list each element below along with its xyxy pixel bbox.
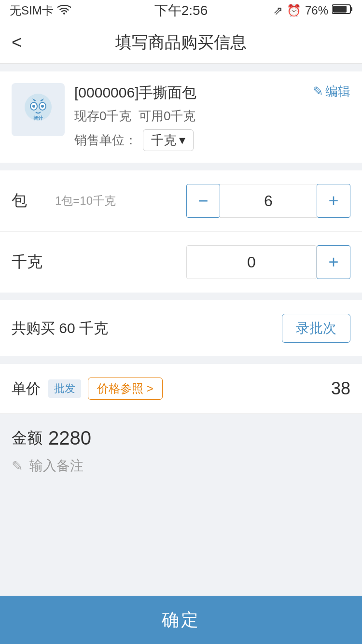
amount-value: 2280	[48, 427, 91, 449]
qty-hint-bao: 1包=10千克	[55, 193, 186, 209]
quantity-section: 包 1包=10千克 − + 千克 +	[0, 170, 362, 293]
qty-input-kg[interactable]	[186, 245, 317, 279]
edit-label: 编辑	[325, 83, 350, 100]
confirm-button[interactable]: 确定	[0, 596, 362, 644]
svg-point-6	[32, 105, 35, 108]
wifi-icon	[57, 4, 71, 17]
edit-icon: ✎	[313, 84, 323, 99]
back-button[interactable]: <	[12, 32, 22, 53]
note-placeholder: 输入备注	[29, 457, 84, 475]
qty-controls-kg: +	[186, 245, 350, 279]
qty-controls-bao: − +	[186, 184, 350, 218]
status-left: 无SIM卡	[10, 3, 71, 18]
summary-text: 共购买 60 千克	[12, 319, 108, 338]
qty-row-bao: 包 1包=10千克 − +	[0, 170, 362, 232]
qty-input-bao[interactable]	[220, 184, 317, 218]
amount-row: 金额 2280	[12, 427, 350, 449]
unit-value: 千克	[151, 132, 176, 149]
svg-point-7	[41, 105, 44, 108]
location-icon: ⇗	[273, 4, 283, 17]
pencil-icon: ✎	[12, 458, 23, 474]
product-unit-row: 销售单位： 千克 ▾	[74, 129, 350, 151]
product-logo: 智计	[24, 93, 53, 126]
edit-button[interactable]: ✎ 编辑	[313, 83, 350, 100]
product-thumbnail: 智计	[12, 83, 65, 136]
qty-plus-bao[interactable]: +	[317, 184, 350, 218]
product-card: 智计 [0000006]手撕面包 现存0千克 可用0千克 销售单位： 千克 ▾ …	[0, 71, 362, 163]
svg-rect-1	[350, 7, 352, 11]
qty-row-kg: 千克 +	[0, 232, 362, 293]
qty-label-bao: 包	[12, 190, 50, 211]
qty-plus-kg[interactable]: +	[317, 245, 350, 279]
unit-label: 销售单位：	[74, 132, 137, 149]
price-section: 单价 批发 价格参照 > 38	[0, 364, 362, 414]
price-row: 单价 批发 价格参照 > 38	[0, 364, 362, 414]
alarm-icon: ⏰	[287, 4, 301, 17]
battery-text: 76%	[305, 4, 328, 17]
nav-bar: < 填写商品购买信息	[0, 21, 362, 64]
qty-label-kg: 千克	[12, 252, 50, 273]
price-value: 38	[331, 378, 350, 399]
svg-rect-2	[333, 6, 347, 13]
qty-minus-bao[interactable]: −	[186, 184, 220, 218]
svg-text:智计: 智计	[33, 115, 43, 121]
summary-row: 共购买 60 千克 录批次	[0, 300, 362, 356]
unit-selector[interactable]: 千克 ▾	[143, 129, 194, 151]
batch-button[interactable]: 录批次	[282, 314, 350, 343]
price-badge: 批发	[48, 379, 81, 398]
product-name: [0000006]手撕面包	[74, 83, 350, 103]
status-bar: 无SIM卡 下午2:56 ⇗ ⏰ 76%	[0, 0, 362, 21]
carrier-text: 无SIM卡	[10, 3, 54, 18]
amount-section: 金额 2280 ✎ 输入备注	[0, 414, 362, 483]
product-info: [0000006]手撕面包 现存0千克 可用0千克 销售单位： 千克 ▾	[74, 83, 350, 151]
status-time: 下午2:56	[154, 1, 208, 20]
status-right: ⇗ ⏰ 76%	[273, 4, 352, 17]
price-label: 单价	[12, 379, 41, 399]
product-stock: 现存0千克 可用0千克	[74, 108, 350, 125]
battery-icon	[332, 4, 352, 17]
price-ref-button[interactable]: 价格参照 >	[88, 378, 163, 400]
amount-label: 金额	[12, 428, 42, 449]
dropdown-icon: ▾	[179, 133, 185, 148]
note-row[interactable]: ✎ 输入备注	[12, 457, 350, 475]
page-title: 填写商品购买信息	[115, 31, 247, 54]
